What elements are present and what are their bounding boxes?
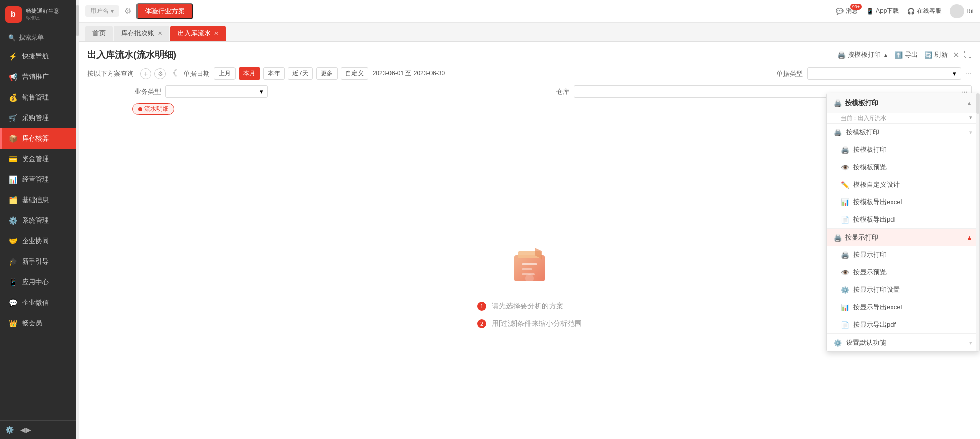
date-btn-last-month[interactable]: 上月 (214, 67, 236, 80)
user-selector[interactable]: 用户名 ▾ (85, 5, 119, 17)
sidebar-item-finance[interactable]: 💳 资金管理 (0, 149, 76, 169)
template-custom-item[interactable]: ✏️ 模板自定义设计 (827, 176, 979, 193)
display-export-excel-item[interactable]: 📊 按显示导出excel (827, 298, 979, 316)
doc-type-more-btn[interactable]: ··· (965, 69, 972, 78)
print-template-btn[interactable]: 🖨️ 按模板打印 ▲ (837, 50, 888, 59)
user-dropdown-icon: ▾ (111, 8, 114, 15)
preview-icon-2: 👁️ (841, 268, 849, 276)
sidebar-item-marketing[interactable]: 📢 营销推广 (0, 67, 76, 87)
message-icon: 💬 (836, 8, 844, 15)
display-export-pdf-item[interactable]: 📄 按显示导出pdf (827, 316, 979, 333)
sidebar-item-cooperation[interactable]: 🤝 企业协同 (0, 231, 76, 251)
chevron-down-icon-2: ▾ (260, 88, 263, 95)
quick-nav-icon: ⚡ (8, 51, 18, 62)
sidebar-logo: b 畅捷通好生意 标准版 (0, 0, 76, 29)
topbar-right: 💬 消息 99+ 📱 App下载 🎧 在线客服 Rit (836, 4, 974, 18)
template-export-pdf-item[interactable]: 📄 按模板导出pdf (827, 211, 979, 228)
close-window-btn[interactable]: ✕ (953, 50, 959, 60)
filter-setting-btn[interactable]: ⚙ (154, 68, 166, 79)
set-default-btn[interactable]: ⚙️ 设置默认功能 ▾ (827, 334, 979, 351)
filter-tag-dot (138, 107, 142, 111)
settings-icon-2: ⚙️ (841, 286, 849, 294)
print-icon: 🖨️ (837, 51, 846, 59)
empty-illustration (504, 240, 555, 291)
user-label: 用户名 (90, 7, 109, 15)
doc-type-group: 单据类型 ▾ ··· (776, 67, 972, 80)
settings-icon[interactable]: ⚙️ (5, 426, 14, 434)
display-print-item[interactable]: 🖨️ 按显示打印 (827, 246, 979, 264)
section-collapse-arrow: ▲ (967, 234, 972, 241)
export-icon: ⬆️ (894, 51, 903, 59)
refresh-btn[interactable]: 🔄 刷新 (924, 50, 948, 59)
date-field-label: 单据日期 (183, 69, 210, 78)
finance-icon: 💳 (8, 154, 18, 164)
logo-icon: b (5, 6, 22, 23)
app-download-btn[interactable]: 📱 App下载 (866, 7, 899, 15)
business-type-group: 业务类型 ▾ (134, 85, 550, 98)
display-preview-item[interactable]: 👁️ 按显示预览 (827, 264, 979, 281)
dropdown-scrollbar[interactable] (976, 93, 979, 351)
refresh-icon: 🔄 (924, 51, 932, 59)
logo-text: 畅捷通好生意 标准版 (26, 7, 60, 21)
tab-batch-ledger[interactable]: 库存批次账 ✕ (114, 26, 169, 41)
template-preview-item[interactable]: 👁️ 按模板预览 (827, 158, 979, 176)
filter-collapse-toggle[interactable]: 《 (169, 68, 177, 79)
date-filter: 上月 本月 本年 近7天 更多 自定义 (214, 67, 368, 80)
date-btn-this-month[interactable]: 本月 (239, 67, 260, 80)
tab-flow[interactable]: 出入库流水 ✕ (170, 26, 226, 41)
purchase-icon: 🛒 (8, 113, 18, 123)
sidebar: b 畅捷通好生意 标准版 🔍 搜索菜单 ⚡ 快捷导航 📢 营销推广 💰 销售管理… (0, 0, 76, 439)
message-btn[interactable]: 💬 消息 99+ (836, 7, 858, 15)
sidebar-item-basic[interactable]: 🗂️ 基础信息 (0, 190, 76, 210)
system-icon: ⚙️ (8, 215, 18, 226)
marketing-icon: 📢 (8, 72, 18, 82)
member-icon: 👑 (8, 318, 18, 328)
sidebar-item-quick-nav[interactable]: ⚡ 快捷导航 (0, 46, 76, 67)
sidebar-item-apps[interactable]: 📱 应用中心 (0, 272, 76, 292)
template-print-section[interactable]: 🖨️ 按模板打印 ▾ (827, 124, 979, 141)
operations-icon: 📊 (8, 174, 18, 185)
tab-flow-close[interactable]: ✕ (214, 30, 219, 37)
filter-actions: + ⚙ 《 (140, 68, 177, 79)
export-btn[interactable]: ⬆️ 导出 (894, 50, 918, 59)
sidebar-item-purchase[interactable]: 🛒 采购管理 (0, 108, 76, 128)
sidebar-item-member[interactable]: 👑 畅会员 (0, 313, 76, 333)
gear-icon[interactable]: ⚙ (124, 6, 131, 16)
active-filter-tag[interactable]: 流水明细 (132, 103, 174, 115)
tab-home[interactable]: 首页 (85, 26, 113, 41)
date-btn-this-year[interactable]: 本年 (263, 67, 285, 80)
current-chevron: ▾ (969, 114, 972, 121)
date-btn-custom[interactable]: 自定义 (341, 67, 368, 80)
custom-icon: ✏️ (841, 181, 849, 189)
business-type-dropdown[interactable]: ▾ (165, 85, 268, 98)
trial-btn[interactable]: 体验行业方案 (136, 3, 193, 19)
collapse-icon[interactable]: ◀▶ (20, 426, 31, 434)
phone-icon: 📱 (866, 8, 874, 15)
apps-icon: 📱 (8, 277, 18, 287)
template-print-item[interactable]: 🖨️ 按模板打印 (827, 141, 979, 158)
sidebar-item-sales[interactable]: 💰 销售管理 (0, 87, 76, 108)
tab-batch-ledger-close[interactable]: ✕ (158, 30, 162, 37)
date-btn-more[interactable]: 更多 (316, 67, 338, 80)
expand-window-btn[interactable]: ⛶ (964, 50, 972, 59)
display-print-section[interactable]: 🖨️ 按显示打印 ▲ (827, 229, 979, 246)
user-profile[interactable]: Rit (950, 4, 974, 18)
sidebar-item-wechat[interactable]: 💬 企业微信 (0, 292, 76, 313)
date-btn-7days[interactable]: 近7天 (288, 67, 313, 80)
sidebar-item-operations[interactable]: 📊 经营管理 (0, 169, 76, 190)
support-btn[interactable]: 🎧 在线客服 (907, 7, 942, 15)
preview-icon-1: 👁️ (841, 163, 849, 171)
pdf-icon-1: 📄 (841, 215, 849, 224)
svg-rect-2 (522, 263, 537, 265)
date-filter-group: 单据日期 上月 本月 本年 近7天 更多 自定义 2023-06-01 至 20… (183, 67, 770, 80)
display-print-settings-item[interactable]: ⚙️ 按显示打印设置 (827, 281, 979, 298)
template-export-excel-item[interactable]: 📊 按模板导出excel (827, 193, 979, 211)
sidebar-item-guide[interactable]: 🎓 新手引导 (0, 251, 76, 272)
sidebar-search[interactable]: 🔍 搜索菜单 (0, 29, 76, 46)
empty-steps: 1 请先选择要分析的方案 2 用[过滤]条件来缩小分析范围 (477, 302, 582, 332)
sidebar-item-inventory[interactable]: 📦 库存核算 (0, 128, 76, 149)
doc-type-dropdown[interactable]: ▾ (807, 67, 961, 80)
main-area: 用户名 ▾ ⚙ 体验行业方案 💬 消息 99+ 📱 App下载 🎧 在线客服 R… (79, 0, 980, 439)
filter-add-btn[interactable]: + (140, 68, 151, 79)
sidebar-item-system[interactable]: ⚙️ 系统管理 (0, 210, 76, 231)
